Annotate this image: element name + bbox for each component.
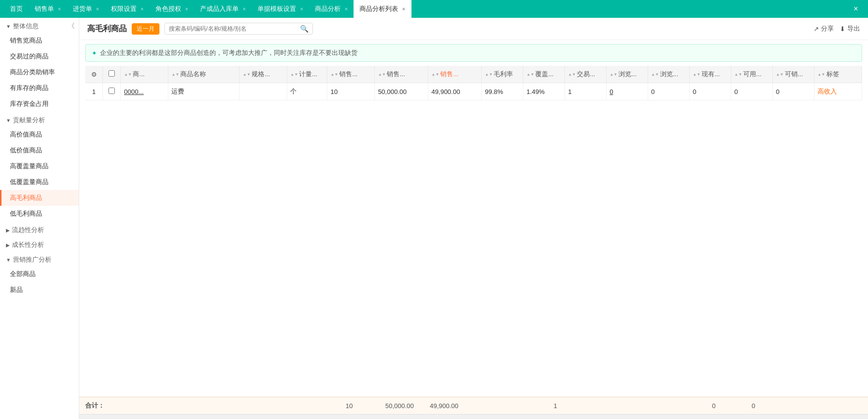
row-sales2: 50,000.00 [375, 83, 428, 100]
sort-icon-7: ▲▼ [431, 73, 439, 77]
col-sales2[interactable]: ▲▼销售... [375, 66, 428, 83]
row-browse2: 0 [648, 83, 690, 100]
sidebar-item-high-coverage[interactable]: 高覆盖量商品 [0, 158, 79, 174]
nav-product-in[interactable]: 产成品入库单 × [194, 0, 252, 18]
sidebar-collapse-button[interactable]: 《 [68, 22, 75, 31]
sidebar-group-overview[interactable]: ▼ 整体信息 [0, 18, 79, 33]
sidebar-group-trend[interactable]: ▶ 流趋性分析 [0, 222, 79, 236]
col-name[interactable]: ▲▼商品名称 [168, 66, 240, 83]
col-checkbox[interactable] [103, 66, 121, 83]
sidebar-item-in-stock[interactable]: 有库存的商品 [0, 80, 79, 96]
table-header-row: ⚙ ▲▼商... ▲▼商品名称 ▲▼规格... ▲▼计量... ▲▼销售... … [85, 66, 862, 83]
arrow-icon-4: ▶ [6, 242, 10, 248]
content-area: 高毛利商品 近一月 🔍 ↗ 分享 ⬇ 导出 ✦ 企业的主要的利润都是这部分 [79, 18, 868, 419]
sidebar: 《 ▼ 整体信息 销售览商品 交易过的商品 商品分类助销率 有库存的商品 库存资… [0, 18, 79, 419]
close-product-analysis-tab[interactable]: × [345, 6, 348, 12]
footer-sales3: 49,900.00 [427, 402, 471, 410]
col-tag[interactable]: ▲▼标签 [814, 66, 862, 83]
info-icon: ✦ [92, 49, 97, 57]
col-code[interactable]: ▲▼商... [121, 66, 168, 83]
search-icon[interactable]: 🔍 [300, 25, 308, 33]
close-role-tab[interactable]: × [185, 6, 188, 12]
footer-label: 合计： [85, 401, 125, 410]
search-input[interactable] [169, 25, 298, 32]
sidebar-group-marketing[interactable]: ▼ 营销推广分析 [0, 251, 79, 266]
nav-purchase[interactable]: 进货单 × [67, 0, 105, 18]
nav-permission[interactable]: 权限设置 × [105, 0, 150, 18]
row-unit: 个 [287, 83, 327, 100]
col-saleable[interactable]: ▲▼可销... [772, 66, 814, 83]
nav-sales[interactable]: 销售单 × [29, 0, 67, 18]
footer-sales2: 50,000.00 [382, 402, 427, 410]
sidebar-item-low-value[interactable]: 低价值商品 [0, 142, 79, 158]
sidebar-item-sales-overview[interactable]: 销售览商品 [0, 33, 79, 48]
col-available[interactable]: ▲▼可用... [731, 66, 772, 83]
close-purchase-tab[interactable]: × [96, 6, 99, 12]
sidebar-item-new-products[interactable]: 新品 [0, 282, 79, 298]
col-spec[interactable]: ▲▼规格... [240, 66, 287, 83]
nav-role[interactable]: 角色授权 × [150, 0, 194, 18]
footer-cells: 10 50,000.00 49,900.00 1 0 0 [125, 402, 862, 410]
close-product-in-tab[interactable]: × [243, 6, 246, 12]
window-close-button[interactable]: × [848, 4, 864, 13]
footer-totals-bar: 合计： 10 50,000.00 49,900.00 1 0 0 [79, 397, 868, 414]
tag-badge: 高收入 [817, 88, 837, 95]
arrow-icon-2: ▼ [6, 118, 11, 123]
nav-template[interactable]: 单据模板设置 × [252, 0, 309, 18]
sort-icon-5: ▲▼ [330, 73, 338, 77]
col-browse2[interactable]: ▲▼浏览... [648, 66, 690, 83]
footer-sales1: 10 [343, 402, 382, 410]
col-coverage[interactable]: ▲▼覆盖... [523, 66, 565, 83]
sort-icon-2: ▲▼ [171, 73, 179, 77]
sidebar-item-all-products[interactable]: 全部商品 [0, 266, 79, 282]
nav-analysis-list[interactable]: 商品分析列表 × [354, 0, 411, 18]
sidebar-item-low-coverage[interactable]: 低覆盖量商品 [0, 174, 79, 190]
sidebar-group-contribution[interactable]: ▼ 贡献量分析 [0, 112, 79, 127]
row-name: 运费 [168, 83, 240, 100]
sidebar-item-high-value[interactable]: 高价值商品 [0, 127, 79, 142]
sort-icon-4: ▲▼ [290, 73, 298, 77]
header-actions: ↗ 分享 ⬇ 导出 [814, 24, 860, 33]
row-transactions: 1 [565, 83, 607, 100]
col-browse1[interactable]: ▲▼浏览... [607, 66, 648, 83]
row-gross-rate: 99.8% [482, 83, 523, 100]
col-transactions[interactable]: ▲▼交易... [565, 66, 607, 83]
info-text: 企业的主要的利润都是这部分商品创造的，可考虑加大推广，同时关注库存是不要出现缺货 [100, 48, 357, 57]
col-sales1[interactable]: ▲▼销售... [327, 66, 375, 83]
col-sales3[interactable]: ▲▼销售... [428, 66, 482, 83]
nav-product-analysis[interactable]: 商品分析 × [309, 0, 354, 18]
col-unit[interactable]: ▲▼计量... [287, 66, 327, 83]
nav-home[interactable]: 首页 [4, 0, 29, 18]
sidebar-item-low-margin[interactable]: 低毛利商品 [0, 206, 79, 222]
close-permission-tab[interactable]: × [141, 6, 144, 12]
sort-icon-8: ▲▼ [485, 73, 493, 77]
sort-icon-10: ▲▼ [568, 73, 576, 77]
col-settings[interactable]: ⚙ [85, 66, 103, 83]
sidebar-item-high-margin[interactable]: 高毛利商品 [0, 190, 79, 206]
filter-recent-month-button[interactable]: 近一月 [132, 23, 159, 35]
row-coverage: 1.49% [523, 83, 565, 100]
close-analysis-list-tab[interactable]: × [402, 6, 405, 12]
row-available: 0 [731, 83, 772, 100]
sort-icon-13: ▲▼ [693, 73, 701, 77]
close-template-tab[interactable]: × [300, 6, 303, 12]
top-navigation: 首页 销售单 × 进货单 × 权限设置 × 角色授权 × 产成品入库单 × 单据… [0, 0, 868, 18]
search-box: 🔍 [164, 23, 313, 35]
sidebar-item-traded[interactable]: 交易过的商品 [0, 48, 79, 64]
export-button[interactable]: ⬇ 导出 [840, 24, 860, 33]
horizontal-scrollbar[interactable] [79, 414, 868, 419]
select-all-checkbox[interactable] [108, 70, 115, 77]
close-sales-tab[interactable]: × [58, 6, 61, 12]
sidebar-item-category-rate[interactable]: 商品分类助销率 [0, 64, 79, 80]
row-browse1[interactable]: 0 [607, 83, 648, 100]
sort-icon-6: ▲▼ [378, 73, 386, 77]
row-checkbox[interactable] [103, 83, 121, 100]
sidebar-item-stock-fund[interactable]: 库存资金占用 [0, 96, 79, 112]
arrow-icon-3: ▶ [6, 228, 10, 233]
row-code[interactable]: 0000... [121, 83, 168, 100]
col-gross-rate[interactable]: ▲▼毛利率 [482, 66, 523, 83]
sort-icon-14: ▲▼ [734, 73, 742, 77]
sidebar-group-growth[interactable]: ▶ 成长性分析 [0, 236, 79, 251]
share-button[interactable]: ↗ 分享 [814, 24, 834, 33]
col-current[interactable]: ▲▼现有... [690, 66, 731, 83]
